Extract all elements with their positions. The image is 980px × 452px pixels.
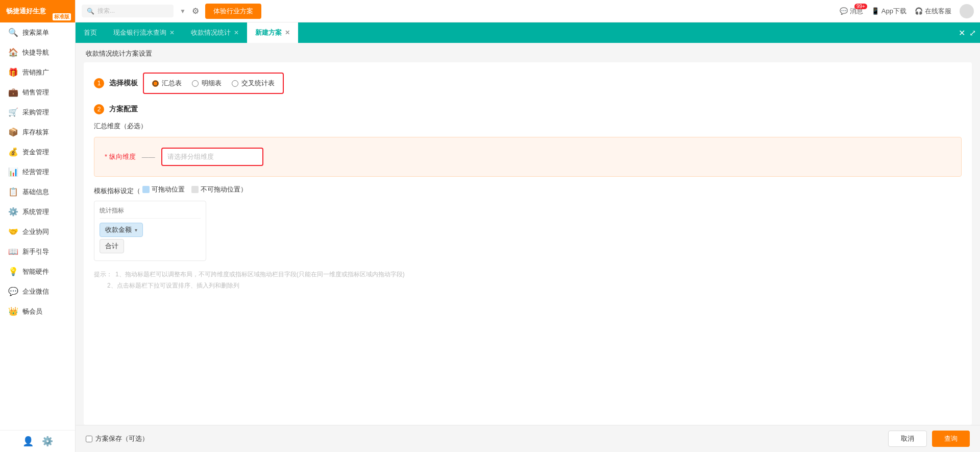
non-draggable-color-swatch	[191, 186, 199, 193]
sidebar-item-label: 库存核算	[22, 128, 49, 137]
content-area: 收款情况统计方案设置 1 选择模板 汇总表 明细表	[76, 43, 980, 452]
sidebar-bottom: 👤 ⚙️	[0, 430, 75, 452]
tab-home-label: 首页	[84, 28, 97, 37]
box-icon: 📦	[8, 127, 18, 137]
handshake-icon: 🤝	[8, 227, 18, 236]
support-item[interactable]: 🎧 在线客服	[915, 7, 951, 16]
sidebar-item-wechat[interactable]: 💬 企业微信	[0, 281, 75, 301]
download-item[interactable]: 📱 App下载	[871, 7, 906, 16]
radio-cross[interactable]: 交叉统计表	[232, 79, 275, 88]
sidebar-item-member[interactable]: 👑 畅会员	[0, 301, 75, 321]
tab-receipt-stats-label: 收款情况统计	[191, 28, 231, 37]
sidebar-item-management[interactable]: 📊 经营管理	[0, 162, 75, 182]
settings-bottom-icon[interactable]: ⚙️	[42, 436, 53, 447]
metric-tag-receipt[interactable]: 收款金额 ▾	[100, 223, 143, 237]
sidebar-item-marketing[interactable]: 🎁 营销推广	[0, 62, 75, 82]
group-dim-select[interactable]: 请选择分组维度	[161, 148, 263, 166]
trial-button[interactable]: 体验行业方案	[205, 4, 261, 19]
main-area: 🔍 搜索... ▼ ⚙ 体验行业方案 💬 消息 99+ 📱 App下载 🎧 在线…	[76, 0, 980, 452]
search-icon: 🔍	[87, 8, 94, 15]
tab-home[interactable]: 首页	[76, 22, 105, 43]
maximize-icon[interactable]: ⤢	[969, 28, 976, 38]
sidebar-item-label: 营销推广	[22, 68, 49, 77]
non-draggable-legend: 不可拖动位置）	[191, 185, 247, 194]
sidebar-item-collab[interactable]: 🤝 企业协同	[0, 222, 75, 242]
radio-cross-input[interactable]	[232, 80, 238, 87]
tip-label: 提示：	[94, 269, 112, 280]
radio-detail-label[interactable]: 明细表	[202, 79, 222, 88]
sidebar-item-label: 搜索菜单	[22, 28, 49, 37]
tip-spacer	[94, 280, 104, 292]
bottom-actions: 取消 查询	[888, 431, 970, 447]
sidebar-item-inventory[interactable]: 📦 库存核算	[0, 122, 75, 142]
sidebar-item-sales[interactable]: 💼 销售管理	[0, 82, 75, 102]
sidebar-item-system[interactable]: ⚙️ 系统管理	[0, 202, 75, 222]
sidebar-item-label: 畅会员	[22, 307, 42, 316]
sidebar-item-search[interactable]: 🔍 搜索菜单	[0, 22, 75, 42]
metric-subtag-label: 合计	[105, 242, 118, 251]
non-draggable-label: 不可拖动位置）	[201, 185, 247, 194]
dimension-title: 汇总维度（必选）	[94, 122, 962, 131]
tab-receipt-stats[interactable]: 收款情况统计 ✕	[183, 22, 247, 43]
chat-icon: 💬	[8, 287, 18, 296]
sidebar-item-purchase[interactable]: 🛒 采购管理	[0, 102, 75, 122]
radio-summary-input[interactable]	[152, 80, 159, 87]
radio-detail-input[interactable]	[192, 80, 199, 87]
metrics-section: 模板指标设定（ 可拖动位置 不可拖动位置）	[94, 185, 962, 261]
dropdown-chevron-icon[interactable]: ▼	[180, 8, 186, 15]
radio-summary[interactable]: 汇总表	[152, 79, 182, 88]
metrics-label: 模板指标设定（ 可拖动位置 不可拖动位置）	[94, 185, 247, 196]
save-label: 方案保存（可选）	[95, 434, 149, 443]
version-badge: 标准版	[53, 13, 71, 20]
settings-icon[interactable]: ⚙	[192, 6, 199, 16]
tip-text-2: 2、点击标题栏下拉可设置排序、插入列和删除列	[107, 280, 239, 292]
sidebar-item-finance[interactable]: 💰 资金管理	[0, 142, 75, 162]
sidebar: 畅捷通好生意 标准版 🔍 搜索菜单 🏠 快捷导航 🎁 营销推广 💼 销售管理 🛒…	[0, 0, 76, 452]
tab-new-plan[interactable]: 新建方案 ✕	[247, 22, 298, 43]
user-bottom-icon[interactable]: 👤	[22, 436, 34, 447]
sidebar-item-label: 快捷导航	[22, 48, 49, 57]
radio-cross-label[interactable]: 交叉统计表	[241, 79, 275, 88]
dimension-row: * 纵向维度 —— 请选择分组维度	[105, 148, 951, 166]
tab-bank-flow[interactable]: 现金银行流水查询 ✕	[105, 22, 183, 43]
draggable-label: 可拖动位置	[152, 185, 185, 194]
arrow-separator: ——	[142, 153, 155, 161]
sidebar-item-label: 系统管理	[22, 207, 49, 217]
avatar[interactable]	[960, 4, 974, 18]
tab-bank-flow-close[interactable]: ✕	[169, 29, 175, 36]
topbar-right: 💬 消息 99+ 📱 App下载 🎧 在线客服	[840, 4, 974, 18]
search-icon: 🔍	[8, 28, 18, 37]
metric-subtag-total[interactable]: 合计	[100, 239, 124, 253]
message-item[interactable]: 💬 消息 99+	[840, 7, 863, 16]
tabbar-controls: ✕ ⤢	[959, 28, 980, 38]
close-all-icon[interactable]: ✕	[959, 28, 965, 38]
tip-line-2: 2、点击标题栏下拉可设置排序、插入列和删除列	[94, 280, 962, 292]
save-checkbox[interactable]	[86, 436, 92, 442]
sidebar-item-guide[interactable]: 📖 新手引导	[0, 242, 75, 261]
tab-new-plan-close[interactable]: ✕	[285, 29, 290, 36]
sidebar-item-nav[interactable]: 🏠 快捷导航	[0, 42, 75, 62]
sidebar-item-basics[interactable]: 📋 基础信息	[0, 182, 75, 202]
radio-summary-label[interactable]: 汇总表	[162, 79, 182, 88]
metrics-section-title: 统计指标	[100, 206, 201, 219]
sidebar-item-label: 资金管理	[22, 148, 49, 157]
dimension-area: * 纵向维度 —— 请选择分组维度	[94, 137, 962, 177]
topbar-search[interactable]: 🔍 搜索...	[82, 5, 174, 17]
cancel-button[interactable]: 取消	[888, 431, 927, 447]
sidebar-item-label: 采购管理	[22, 108, 49, 117]
metric-tag-label: 收款金额	[105, 225, 132, 234]
radio-detail[interactable]: 明细表	[192, 79, 222, 88]
tips-section: 提示： 1、拖动标题栏可以调整布局，不可跨维度或指标区域拖动栏目字段(只能在同一…	[94, 269, 962, 291]
tip-text-1: 1、拖动标题栏可以调整布局，不可跨维度或指标区域拖动栏目字段(只能在同一维度或指…	[115, 269, 405, 280]
step1-title: 选择模板	[109, 79, 138, 88]
draggable-color-swatch	[142, 186, 150, 193]
sidebar-item-label: 经营管理	[22, 168, 49, 177]
sidebar-item-label: 基础信息	[22, 187, 49, 197]
gift-icon: 🎁	[8, 67, 18, 77]
tab-receipt-stats-close[interactable]: ✕	[234, 29, 239, 36]
book-icon: 📖	[8, 247, 18, 256]
step2-header: 2 方案配置	[94, 104, 962, 114]
briefcase-icon: 💼	[8, 87, 18, 97]
sidebar-item-hardware[interactable]: 💡 智能硬件	[0, 261, 75, 281]
query-button[interactable]: 查询	[932, 431, 970, 447]
